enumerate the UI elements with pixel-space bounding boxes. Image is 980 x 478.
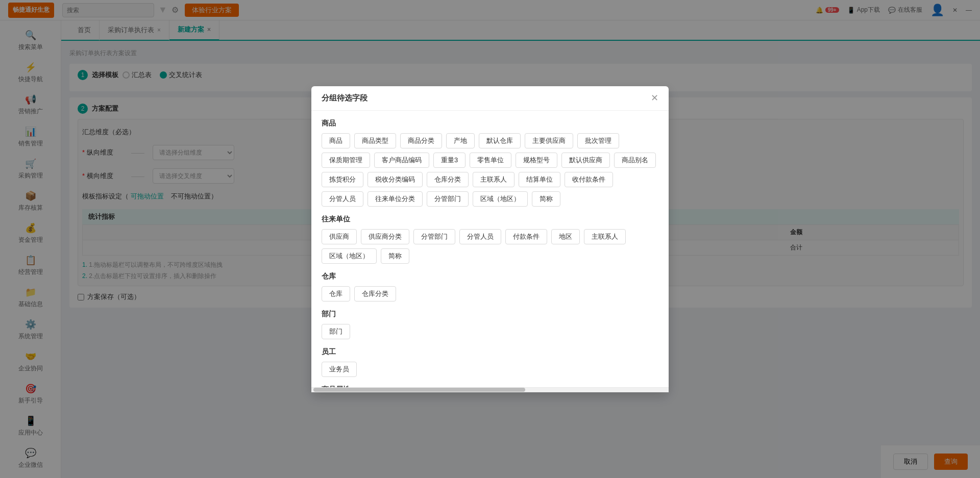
field-group-employee: 员工业务员 (322, 347, 658, 377)
field-chip-goods-19[interactable]: 收付款条件 (565, 172, 613, 187)
modal-body: 商品商品商品类型商品分类产地默认仓库主要供应商批次管理保质期管理客户商品编码重量… (311, 111, 669, 387)
field-chip-partner-3[interactable]: 分管人员 (459, 229, 501, 244)
field-chip-goods-13[interactable]: 商品别名 (614, 153, 656, 168)
modal-overlay: 分组待选字段 ✕ 商品商品商品类型商品分类产地默认仓库主要供应商批次管理保质期管… (0, 0, 980, 478)
modal-close-button[interactable]: ✕ (651, 93, 658, 103)
field-chip-goods-7[interactable]: 保质期管理 (322, 153, 370, 168)
field-chip-partner-4[interactable]: 付款条件 (505, 229, 547, 244)
field-chip-goods-4[interactable]: 默认仓库 (479, 133, 521, 148)
field-chip-goods-3[interactable]: 产地 (446, 133, 475, 148)
field-chip-goods-14[interactable]: 拣货积分 (322, 172, 363, 187)
field-chip-partner-6[interactable]: 主联系人 (584, 229, 626, 244)
field-chips-warehouse: 仓库仓库分类 (322, 286, 658, 301)
field-chip-goods-11[interactable]: 规格型号 (516, 153, 557, 168)
field-group-title-goods: 商品 (322, 119, 658, 128)
field-chip-goods-0[interactable]: 商品 (322, 133, 350, 148)
field-chip-goods-10[interactable]: 零售单位 (470, 153, 511, 168)
field-chip-department-0[interactable]: 部门 (322, 324, 350, 339)
field-chip-partner-5[interactable]: 地区 (551, 229, 580, 244)
field-chip-goods-24[interactable]: 简称 (532, 191, 560, 207)
field-chips-partner: 供应商供应商分类分管部门分管人员付款条件地区主联系人区域（地区）简称 (322, 229, 658, 264)
modal: 分组待选字段 ✕ 商品商品商品类型商品分类产地默认仓库主要供应商批次管理保质期管… (311, 86, 669, 392)
field-chip-partner-8[interactable]: 简称 (381, 248, 409, 264)
field-chips-employee: 业务员 (322, 362, 658, 377)
field-chip-goods-15[interactable]: 税收分类编码 (368, 172, 423, 187)
field-chip-goods-21[interactable]: 往来单位分类 (368, 191, 423, 207)
field-chip-goods-5[interactable]: 主要供应商 (525, 133, 573, 148)
field-chip-goods-1[interactable]: 商品类型 (354, 133, 396, 148)
field-chip-goods-22[interactable]: 分管部门 (427, 191, 469, 207)
field-group-title-warehouse: 仓库 (322, 272, 658, 281)
field-chip-goods-17[interactable]: 主联系人 (473, 172, 514, 187)
modal-header: 分组待选字段 ✕ (311, 86, 669, 111)
scrollbar-thumb (313, 388, 525, 392)
field-chip-goods-23[interactable]: 区域（地区） (473, 191, 528, 207)
field-chip-goods-12[interactable]: 默认供应商 (561, 153, 610, 168)
field-chip-partner-1[interactable]: 供应商分类 (361, 229, 409, 244)
field-group-partner: 往来单位供应商供应商分类分管部门分管人员付款条件地区主联系人区域（地区）简称 (322, 215, 658, 264)
field-chip-partner-7[interactable]: 区域（地区） (322, 248, 377, 264)
field-group-title-partner: 往来单位 (322, 215, 658, 224)
field-chip-employee-0[interactable]: 业务员 (322, 362, 357, 377)
field-chip-goods-2[interactable]: 商品分类 (400, 133, 442, 148)
field-chip-partner-2[interactable]: 分管部门 (413, 229, 455, 244)
field-chip-warehouse-1[interactable]: 仓库分类 (354, 286, 396, 301)
modal-title: 分组待选字段 (322, 93, 368, 103)
field-chip-goods-16[interactable]: 仓库分类 (427, 172, 469, 187)
field-chips-goods: 商品商品类型商品分类产地默认仓库主要供应商批次管理保质期管理客户商品编码重量3零… (322, 133, 658, 207)
field-chip-goods-8[interactable]: 客户商品编码 (374, 153, 429, 168)
field-chip-goods-9[interactable]: 重量3 (433, 153, 465, 168)
field-group-department: 部门部门 (322, 310, 658, 339)
field-group-title-department: 部门 (322, 310, 658, 319)
field-group-goods: 商品商品商品类型商品分类产地默认仓库主要供应商批次管理保质期管理客户商品编码重量… (322, 119, 658, 207)
modal-hscrollbar[interactable] (311, 387, 669, 392)
field-chips-department: 部门 (322, 324, 658, 339)
field-chip-partner-0[interactable]: 供应商 (322, 229, 357, 244)
field-group-title-employee: 员工 (322, 347, 658, 357)
field-group-warehouse: 仓库仓库仓库分类 (322, 272, 658, 301)
field-chip-goods-6[interactable]: 批次管理 (577, 133, 619, 148)
field-chip-goods-18[interactable]: 结算单位 (519, 172, 560, 187)
field-chip-goods-20[interactable]: 分管人员 (322, 191, 363, 207)
field-chip-warehouse-0[interactable]: 仓库 (322, 286, 350, 301)
